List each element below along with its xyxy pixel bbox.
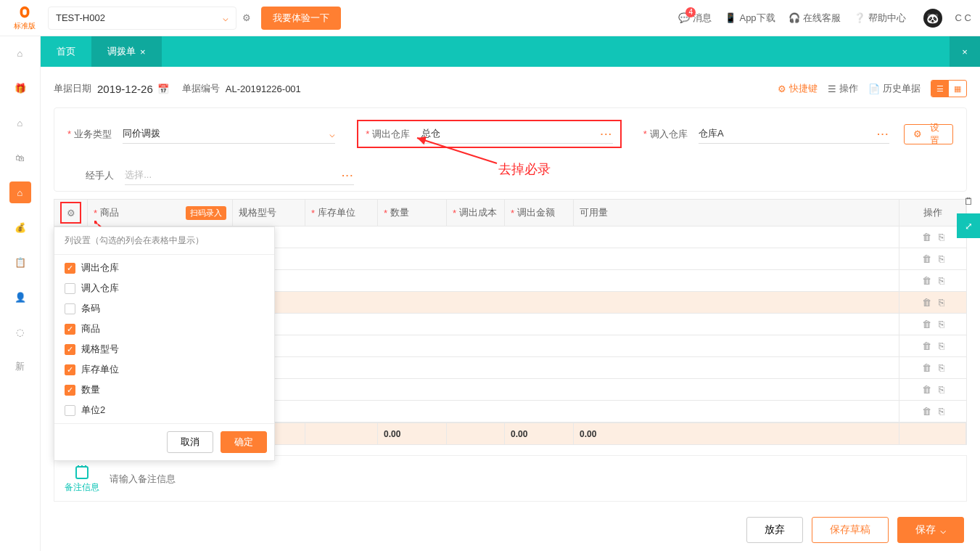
- option-label: 数量: [81, 383, 100, 396]
- checkbox-icon[interactable]: [65, 283, 75, 294]
- expand-icon[interactable]: ⤢: [957, 213, 980, 238]
- checkbox-icon[interactable]: ✓: [65, 385, 75, 396]
- rail-gift-icon[interactable]: 🎁: [9, 77, 31, 99]
- option-label: 单位2: [81, 404, 105, 417]
- tenant-select[interactable]: TEST-H002 ⌵: [48, 7, 236, 30]
- copy-icon[interactable]: ⎘: [939, 384, 944, 395]
- delete-icon[interactable]: 🗑: [922, 297, 931, 308]
- column-option[interactable]: ✓数量: [54, 380, 274, 400]
- tab-home[interactable]: 首页: [41, 36, 91, 67]
- date-value[interactable]: 2019-12-26: [97, 83, 153, 95]
- draft-button[interactable]: 保存草稿: [812, 517, 889, 543]
- field-label: 调入仓库: [650, 128, 688, 141]
- cta-button[interactable]: 我要体验一下: [261, 7, 341, 30]
- scan-button[interactable]: 扫码录入: [186, 206, 226, 220]
- copy-icon[interactable]: ⎘: [939, 297, 944, 308]
- nav-cs[interactable]: 🎧 在线客服: [788, 12, 841, 25]
- rail-warehouse-icon[interactable]: ⌂: [9, 181, 31, 203]
- calendar-icon[interactable]: 📅: [157, 83, 169, 94]
- column-settings-toggle[interactable]: ⚙: [54, 200, 88, 226]
- delete-icon[interactable]: 🗑: [922, 340, 931, 351]
- more-icon[interactable]: ···: [601, 128, 613, 139]
- checkbox-icon[interactable]: ✓: [65, 324, 75, 335]
- copy-icon[interactable]: ⎘: [939, 275, 944, 286]
- tabs-close-all[interactable]: ×: [950, 36, 980, 67]
- history-link[interactable]: 📄历史单据: [868, 82, 921, 95]
- delete-icon[interactable]: 🗑: [922, 253, 931, 264]
- rail-bag-icon[interactable]: 🛍: [9, 147, 31, 168]
- th-label: 库存单位: [318, 206, 355, 219]
- delete-icon[interactable]: 🗑: [922, 384, 931, 395]
- tab-transfer[interactable]: 调拨单 ×: [91, 36, 162, 67]
- checkbox-icon[interactable]: [65, 303, 75, 314]
- remarks-input[interactable]: [110, 473, 956, 484]
- nav-app[interactable]: 📱 App下载: [725, 12, 775, 25]
- th-amt: *调出金额: [505, 200, 574, 226]
- out-warehouse-field[interactable]: * 调出仓库 总仓···: [357, 120, 621, 148]
- copy-icon[interactable]: ⎘: [939, 340, 944, 351]
- field-value: 仓库A: [699, 127, 724, 140]
- more-icon[interactable]: ···: [342, 170, 354, 181]
- checkbox-icon[interactable]: ✓: [65, 344, 75, 355]
- note-icon[interactable]: 🗒: [957, 189, 980, 213]
- rail-home-icon[interactable]: ⌂: [9, 42, 31, 64]
- copy-icon[interactable]: ⎘: [939, 319, 944, 330]
- gear-icon[interactable]: ⚙: [60, 202, 81, 224]
- copy-icon[interactable]: ⎘: [939, 406, 944, 417]
- checkbox-icon[interactable]: ✓: [65, 364, 75, 375]
- rail-refresh-icon[interactable]: ◌: [9, 321, 31, 343]
- column-option[interactable]: ✓调出仓库: [54, 258, 274, 278]
- th-qty: *数量: [378, 200, 447, 226]
- shortcut-link[interactable]: ⚙快捷键: [778, 82, 818, 95]
- delete-icon[interactable]: 🗑: [922, 319, 931, 330]
- column-option[interactable]: ✓商品: [54, 319, 274, 339]
- checkbox-icon[interactable]: ✓: [65, 263, 75, 274]
- rail-contact-icon[interactable]: 👤: [9, 286, 31, 308]
- nav-help[interactable]: ❔ 帮助中心: [854, 12, 906, 25]
- popup-list[interactable]: ✓调出仓库调入仓库条码✓商品✓规格型号✓库存单位✓数量单位2: [54, 255, 274, 423]
- gear-icon[interactable]: ⚙: [242, 12, 251, 23]
- handler-field[interactable]: 经手人 选择...···: [86, 166, 354, 185]
- column-option[interactable]: 条码: [54, 298, 274, 319]
- copy-icon[interactable]: ⎘: [939, 362, 944, 373]
- rail-money-icon[interactable]: 💰: [9, 216, 31, 238]
- confirm-button[interactable]: 确定: [221, 431, 267, 453]
- checkbox-icon[interactable]: [65, 405, 75, 416]
- nav-messages[interactable]: 💬 消息 4: [678, 12, 712, 25]
- delete-icon[interactable]: 🗑: [922, 232, 931, 242]
- rail-clipboard-icon[interactable]: 📋: [9, 251, 31, 273]
- delete-icon[interactable]: 🗑: [922, 362, 931, 373]
- settings-button[interactable]: ⚙设置: [904, 124, 953, 144]
- date-label: 单据日期: [54, 82, 91, 95]
- view-list-icon[interactable]: ☰: [931, 81, 949, 97]
- rail-new-icon[interactable]: 新: [9, 356, 31, 377]
- logo-text: 标准版: [14, 21, 36, 31]
- save-button[interactable]: 保存⌵: [897, 517, 964, 543]
- avatar[interactable]: 🐼: [923, 9, 942, 28]
- column-option[interactable]: ✓规格型号: [54, 339, 274, 359]
- column-option[interactable]: 调入仓库: [54, 278, 274, 298]
- close-icon[interactable]: ×: [140, 46, 146, 57]
- logo[interactable]: 标准版: [9, 5, 41, 31]
- cancel-button[interactable]: 取消: [167, 431, 213, 453]
- view-toggle[interactable]: ☰ ▦: [931, 80, 967, 97]
- operate-link[interactable]: ☰操作: [828, 82, 858, 95]
- discard-button[interactable]: 放弃: [746, 517, 803, 543]
- link-label: 快捷键: [789, 82, 818, 95]
- column-option[interactable]: 单位2: [54, 400, 274, 420]
- copy-icon[interactable]: ⎘: [939, 253, 944, 264]
- view-grid-icon[interactable]: ▦: [949, 81, 966, 97]
- copy-icon[interactable]: ⎘: [939, 232, 944, 242]
- business-type-field[interactable]: * 业务类型 同价调拨⌵: [67, 124, 335, 144]
- in-warehouse-field[interactable]: * 调入仓库 仓库A···: [643, 124, 889, 144]
- rail-house-icon[interactable]: ⌂: [9, 112, 31, 134]
- more-icon[interactable]: ···: [877, 128, 889, 139]
- delete-icon[interactable]: 🗑: [922, 275, 931, 286]
- th-label: 数量: [390, 206, 409, 219]
- table-header: ⚙ *商品扫码录入 规格型号 *库存单位 *数量 *调出成本 *调出金额 可用量…: [54, 199, 967, 226]
- username[interactable]: C C: [955, 12, 971, 23]
- tab-label: 调拨单: [107, 45, 136, 58]
- th-unit: *库存单位: [305, 200, 378, 226]
- column-option[interactable]: ✓库存单位: [54, 359, 274, 380]
- delete-icon[interactable]: 🗑: [922, 406, 931, 417]
